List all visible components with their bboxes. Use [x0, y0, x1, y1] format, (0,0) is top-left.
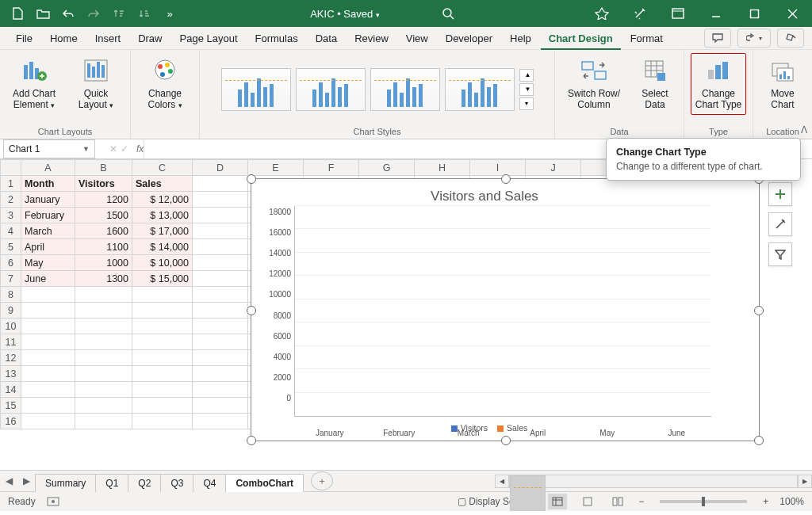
- move-chart-button[interactable]: Move Chart: [760, 53, 806, 115]
- svg-point-13: [158, 64, 163, 69]
- tab-page-layout[interactable]: Page Layout: [172, 29, 246, 48]
- chart-style-thumb[interactable]: [296, 68, 366, 111]
- tab-data[interactable]: Data: [308, 29, 345, 48]
- resize-handle[interactable]: [754, 436, 764, 445]
- worksheet-grid[interactable]: ABCDEFGHIJKLM1MonthVisitorsSales2January…: [0, 159, 812, 470]
- tab-insert[interactable]: Insert: [87, 29, 129, 48]
- tab-help[interactable]: Help: [502, 29, 539, 48]
- svg-rect-8: [87, 63, 90, 78]
- sort-asc-icon[interactable]: [108, 2, 130, 25]
- chart-filters-button[interactable]: [768, 242, 792, 266]
- magic-icon[interactable]: [622, 0, 658, 27]
- scroll-left-button[interactable]: ◀: [495, 475, 509, 488]
- view-page-layout-button[interactable]: [578, 494, 597, 509]
- zoom-in-button[interactable]: +: [763, 496, 768, 507]
- resize-handle[interactable]: [247, 174, 256, 184]
- svg-rect-20: [657, 73, 665, 81]
- sheet-tab-q2[interactable]: Q2: [128, 474, 161, 492]
- view-page-break-button[interactable]: [608, 494, 627, 509]
- svg-rect-32: [584, 498, 592, 505]
- switch-row-column-button[interactable]: Switch Row/ Column: [561, 53, 626, 115]
- search-icon[interactable]: [442, 7, 454, 20]
- chart-title[interactable]: Visitors and Sales: [258, 185, 711, 206]
- tab-formulas[interactable]: Formulas: [247, 29, 306, 48]
- chart-style-thumb[interactable]: [370, 68, 440, 111]
- select-data-button[interactable]: Select Data: [633, 53, 677, 115]
- svg-rect-26: [779, 74, 782, 79]
- open-file-icon[interactable]: [32, 2, 54, 25]
- close-button[interactable]: [774, 0, 810, 27]
- svg-point-0: [443, 9, 451, 17]
- tab-nav-next[interactable]: ▶: [17, 472, 35, 490]
- scroll-right-button[interactable]: ▶: [798, 475, 812, 488]
- ribbon-display-icon[interactable]: [660, 0, 696, 27]
- group-label-location: Location: [766, 125, 799, 137]
- fx-icon[interactable]: fx: [136, 143, 144, 154]
- gallery-down-button[interactable]: ▼: [519, 83, 534, 96]
- tab-format[interactable]: Format: [622, 29, 671, 48]
- zoom-out-button[interactable]: −: [638, 496, 644, 507]
- resize-handle[interactable]: [501, 436, 511, 445]
- svg-rect-34: [619, 498, 622, 505]
- resize-handle[interactable]: [501, 174, 511, 184]
- tab-nav-prev[interactable]: ◀: [0, 472, 17, 490]
- sort-desc-icon[interactable]: [133, 2, 155, 25]
- chart-plot-area[interactable]: JanuaryFebruaryMarchAprilMayJune: [294, 206, 711, 417]
- svg-rect-23: [722, 62, 728, 79]
- svg-rect-17: [582, 62, 593, 70]
- chart-styles-button[interactable]: [768, 212, 792, 236]
- tab-home[interactable]: Home: [42, 29, 86, 48]
- share-button[interactable]: ▾: [737, 29, 771, 48]
- maximize-button[interactable]: [736, 0, 772, 27]
- premium-icon[interactable]: [584, 0, 620, 27]
- change-chart-type-tooltip: Change Chart Type Change to a different …: [606, 138, 801, 181]
- add-chart-element-button[interactable]: Add Chart Element ▾: [6, 53, 62, 115]
- help-button[interactable]: [777, 29, 804, 48]
- redo-icon[interactable]: [82, 2, 105, 25]
- add-sheet-button[interactable]: ＋: [311, 471, 333, 490]
- chart-style-thumb[interactable]: [221, 68, 291, 111]
- chart-style-thumb[interactable]: [445, 68, 515, 111]
- minimize-button[interactable]: [698, 0, 734, 27]
- chart-object[interactable]: Visitors and Sales 180001600014000120001…: [251, 178, 760, 441]
- zoom-slider[interactable]: [660, 500, 747, 503]
- status-bar: Ready ▢ Display Settings − + 100%: [0, 491, 812, 511]
- tab-draw[interactable]: Draw: [130, 29, 170, 48]
- sheet-tab-q4[interactable]: Q4: [193, 474, 226, 492]
- sheet-tab-q1[interactable]: Q1: [95, 474, 128, 492]
- tab-file[interactable]: File: [8, 29, 40, 48]
- resize-handle[interactable]: [247, 436, 256, 445]
- chart-elements-button[interactable]: [768, 182, 792, 206]
- collapse-ribbon-icon[interactable]: ᐱ: [801, 124, 807, 135]
- scroll-thumb[interactable]: [510, 475, 546, 512]
- chart-y-axis: 1800016000140001200010000800060004000200…: [258, 206, 294, 417]
- sheet-tab-q3[interactable]: Q3: [160, 474, 193, 492]
- comment-button[interactable]: [704, 29, 731, 48]
- cancel-formula-icon[interactable]: ✕: [109, 143, 117, 154]
- tab-review[interactable]: Review: [347, 29, 396, 48]
- zoom-level[interactable]: 100%: [779, 496, 804, 507]
- macro-record-icon[interactable]: [47, 497, 59, 506]
- sheet-tab-combochart[interactable]: ComboChart: [225, 474, 304, 492]
- tab-view[interactable]: View: [398, 29, 436, 48]
- qat-overflow-icon[interactable]: »: [159, 2, 181, 25]
- view-normal-button[interactable]: [548, 494, 567, 509]
- resize-handle[interactable]: [247, 306, 256, 315]
- quick-layout-button[interactable]: Quick Layout ▾: [68, 53, 124, 115]
- resize-handle[interactable]: [754, 306, 764, 315]
- change-colors-button[interactable]: Change Colors ▾: [137, 53, 193, 115]
- tab-chart-design[interactable]: Chart Design: [541, 29, 621, 50]
- gallery-up-button[interactable]: ▲: [519, 69, 534, 82]
- tooltip-title: Change Chart Type: [616, 147, 791, 158]
- gallery-more-button[interactable]: ▾: [519, 97, 534, 110]
- name-box[interactable]: Chart 1▼: [3, 139, 95, 158]
- change-chart-type-button[interactable]: Change Chart Type: [691, 53, 746, 115]
- tab-developer[interactable]: Developer: [438, 29, 500, 48]
- new-file-icon[interactable]: [6, 2, 29, 25]
- horizontal-scrollbar[interactable]: ◀ ▶: [495, 475, 812, 487]
- accept-formula-icon[interactable]: ✓: [121, 143, 128, 154]
- undo-icon[interactable]: [57, 2, 79, 25]
- svg-rect-9: [92, 67, 95, 78]
- sheet-tab-summary[interactable]: Summary: [35, 474, 96, 492]
- chart-styles-gallery[interactable]: ▲ ▼ ▾: [221, 68, 534, 111]
